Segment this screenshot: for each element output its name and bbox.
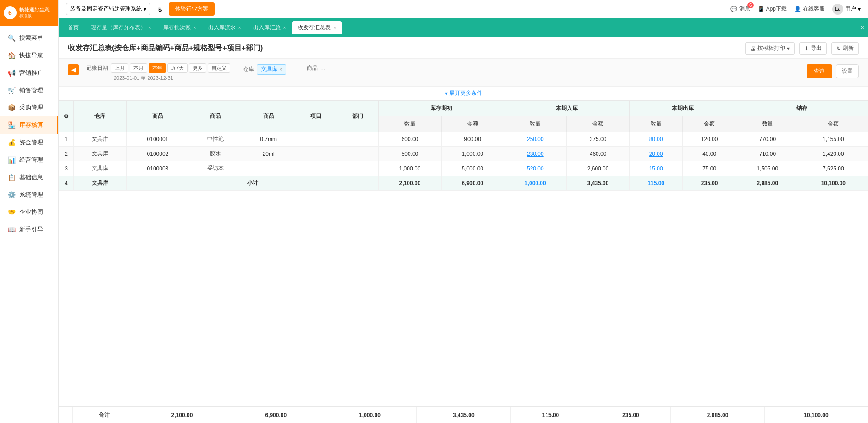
query-button[interactable]: 查询 (807, 64, 832, 78)
sidebar-item-guide[interactable]: 📖 新手引导 (0, 221, 58, 238)
tab-inout-summary[interactable]: 出入库汇总 × (248, 21, 292, 34)
inventory-icon: 🏪 (7, 121, 16, 129)
subtotal-out-qty[interactable]: 115.00 (629, 176, 683, 191)
sidebar-item-system[interactable]: ⚙️ 系统管理 (0, 186, 58, 203)
sidebar-item-sales[interactable]: 🛒 销售管理 (0, 82, 58, 99)
sidebar-item-finance[interactable]: 💰 资金管理 (0, 134, 58, 151)
subtotal-in-amt: 3,435.00 (567, 176, 630, 191)
col-settings-header[interactable]: ⚙ (59, 101, 74, 132)
row-in-qty[interactable]: 250.00 (504, 132, 567, 147)
system-select[interactable]: 装备及固定资产辅助管理系统 ▾ (66, 3, 150, 15)
home-icon: 🏠 (7, 51, 16, 60)
sidebar-item-purchase[interactable]: 📦 采购管理 (0, 99, 58, 116)
row-in-qty[interactable]: 520.00 (504, 161, 567, 176)
tab-inventory-dist-close[interactable]: × (149, 25, 151, 30)
col-project-header: 项目 (295, 101, 337, 132)
row-out-amt: 75.00 (683, 161, 736, 176)
row-opening-amt: 900.00 (441, 132, 504, 147)
table-settings-icon[interactable]: ⚙ (64, 113, 69, 120)
date-btn-7days[interactable]: 近7天 (167, 63, 188, 73)
row-goods-code: 0100001 (127, 132, 189, 147)
subtotal-opening-qty: 2,100.00 (379, 176, 442, 191)
row-in-qty[interactable]: 230.00 (504, 147, 567, 161)
subtotal-in-qty[interactable]: 1,000.00 (504, 176, 567, 191)
date-btn-custom[interactable]: 自定义 (208, 63, 230, 73)
service-icon: 👤 (794, 6, 801, 12)
warehouse-more[interactable]: ... (289, 66, 294, 73)
subtotal-opening-amt: 6,900.00 (441, 176, 504, 191)
sidebar-item-marketing[interactable]: 📢 营销推广 (0, 64, 58, 82)
subtotal-closing-amt: 10,100.00 (799, 176, 868, 191)
date-btn-this-month[interactable]: 本月 (130, 63, 147, 73)
refresh-button[interactable]: ↻ 刷新 (831, 42, 859, 55)
goods-more[interactable]: ... (321, 65, 326, 71)
service-action[interactable]: 👤 在线客服 (794, 5, 825, 13)
date-range: 2023-01-01 至 2023-12-31 (114, 75, 230, 82)
date-btn-last-month[interactable]: 上月 (111, 63, 128, 73)
total-closing-amt: 10,100.00 (764, 407, 868, 423)
filter-collapse-btn[interactable]: ◀ (68, 64, 79, 75)
col-opening-qty-header: 数量 (379, 116, 442, 132)
col-goods-spec-header: 商品 (242, 101, 295, 132)
row-out-qty[interactable]: 20.00 (629, 147, 683, 161)
message-badge: 6 (747, 2, 754, 8)
sidebar-item-system-label: 系统管理 (19, 191, 43, 199)
user-menu[interactable]: Ea 用户 ▾ (832, 4, 861, 15)
sidebar: 6 畅捷通好生意 标准版 🔍 搜索菜单 🏠 快捷导航 📢 营销推广 🛒 销售管理… (0, 0, 59, 423)
tab-inout-flow-close[interactable]: × (238, 25, 241, 30)
warehouse-tag-close[interactable]: × (279, 67, 282, 72)
close-all-tabs[interactable]: × (861, 24, 864, 31)
sidebar-item-basic[interactable]: 📋 基础信息 (0, 169, 58, 186)
settings-icon[interactable]: ⚙ (158, 7, 161, 11)
data-table-container: ⚙ 仓库 商品 商品 商品 项目 部门 库存期初 本期入库 本期出库 结存 (59, 100, 868, 406)
date-btn-more[interactable]: 更多 (189, 63, 206, 73)
row-out-qty[interactable]: 80.00 (629, 132, 683, 147)
topbar: 装备及固定资产辅助管理系统 ▾ ⚙ 体验行业方案 💬 消息 6 📱 App下载 … (59, 0, 868, 18)
tab-recv-send-summary-close[interactable]: × (333, 25, 336, 30)
row-out-amt: 120.00 (683, 132, 736, 147)
filter-bar: ◀ 记账日期 上月 本月 本年 近7天 更多 自定义 2023-01-01 至 … (59, 58, 868, 87)
tab-inventory-dist[interactable]: 现存量（库存分布表） × (85, 21, 157, 34)
topbar-actions: 💬 消息 6 📱 App下载 👤 在线客服 Ea 用户 ▾ (730, 4, 861, 15)
row-out-qty[interactable]: 15.00 (629, 161, 683, 176)
sidebar-item-corp[interactable]: 🤝 企业协同 (0, 203, 58, 221)
print-button[interactable]: 🖨 按模板打印 ▾ (745, 42, 795, 55)
sidebar-item-search[interactable]: 🔍 搜索菜单 (0, 29, 58, 47)
message-action[interactable]: 💬 消息 6 (730, 5, 750, 13)
expand-row: ▾ 展开更多条件 (59, 87, 868, 100)
date-filter-section: 记账日期 上月 本月 本年 近7天 更多 自定义 2023-01-01 至 20… (86, 63, 230, 82)
user-label: 用户 (845, 5, 856, 13)
app-download-action[interactable]: 📱 App下载 (757, 5, 787, 13)
row-opening-amt: 5,000.00 (441, 161, 504, 176)
sidebar-item-inventory[interactable]: 🏪 库存核算 (0, 116, 58, 134)
expand-conditions-btn[interactable]: ▾ 展开更多条件 (445, 89, 482, 97)
data-table: ⚙ 仓库 商品 商品 商品 项目 部门 库存期初 本期入库 本期出库 结存 (59, 100, 868, 191)
page-header-row: 收发存汇总表(按仓库+商品编码+商品+规格型号+项目+部门) 🖨 按模板打印 ▾… (59, 37, 868, 58)
main-area: 装备及固定资产辅助管理系统 ▾ ⚙ 体验行业方案 💬 消息 6 📱 App下载 … (59, 0, 868, 423)
filter-settings-button[interactable]: 设置 (836, 64, 859, 78)
tab-inout-flow[interactable]: 出入库流水 × (203, 21, 247, 34)
sidebar-item-quicknav[interactable]: 🏠 快捷导航 (0, 47, 58, 64)
row-goods-code: 0100002 (127, 147, 189, 161)
tab-batch[interactable]: 库存批次账 × (158, 21, 202, 34)
sidebar-menu: 🔍 搜索菜单 🏠 快捷导航 📢 营销推广 🛒 销售管理 📦 采购管理 🏪 库存核… (0, 26, 58, 423)
tab-inout-summary-close[interactable]: × (283, 25, 286, 30)
total-in-amt: 3,435.00 (417, 407, 511, 423)
experience-button[interactable]: 体验行业方案 (169, 2, 215, 16)
row-opening-amt: 1,000.00 (441, 147, 504, 161)
row-goods-name: 中性笔 (189, 132, 242, 147)
tab-batch-close[interactable]: × (194, 25, 196, 30)
tab-home[interactable]: 首页 (62, 21, 84, 34)
chevron-down-icon: ▾ (144, 6, 146, 12)
sidebar-item-operation[interactable]: 📊 经营管理 (0, 151, 58, 169)
date-btn-this-year[interactable]: 本年 (149, 63, 166, 73)
tab-recv-send-summary[interactable]: 收发存汇总表 × (292, 21, 342, 34)
table-row: 1 文具库 0100001 中性笔 0.7mm 600.00 900.00 25… (59, 132, 868, 147)
export-icon: ⬇ (804, 45, 809, 52)
corp-icon: 🤝 (7, 208, 16, 216)
row-closing-qty: 1,505.00 (736, 161, 799, 176)
export-button[interactable]: ⬇ 导出 (799, 42, 827, 55)
search-icon: 🔍 (7, 34, 16, 42)
refresh-icon: ↻ (836, 45, 841, 52)
row-goods-spec (242, 161, 295, 176)
